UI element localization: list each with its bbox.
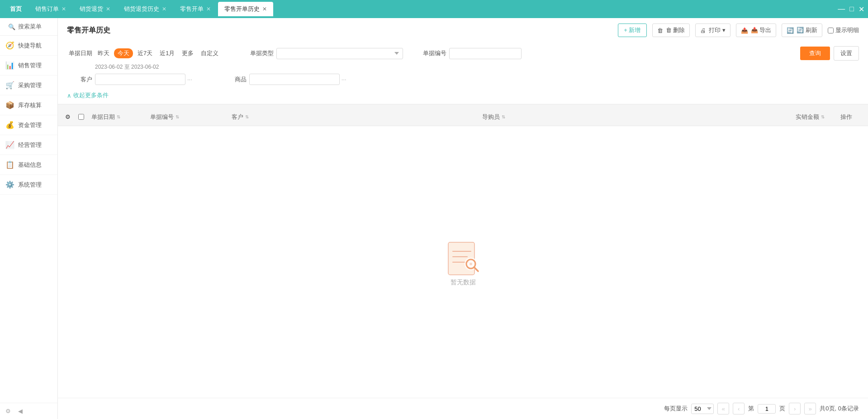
col-header-amount[interactable]: 实销金额 ⇅	[783, 113, 828, 121]
filter-customer: 客户 ···	[67, 74, 194, 85]
print-button[interactable]: 🖨 打印 ▾	[695, 24, 730, 37]
type-filter-select[interactable]	[276, 48, 403, 59]
window-controls: — □ ✕	[838, 5, 864, 14]
tab-sales-return-history[interactable]: 销货退货历史 ✕	[118, 2, 173, 16]
basics-icon: 📋	[5, 160, 14, 169]
product-filter-input[interactable]	[249, 74, 340, 85]
shortcut-today[interactable]: 今天	[114, 48, 133, 58]
page-header: 零售开单历史 + 新增 🗑 🗑 删除 🖨 打印 ▾ 📤 📤 导出	[58, 18, 868, 104]
export-button[interactable]: 📤 📤 导出	[736, 24, 777, 37]
per-page-label: 每页显示	[664, 405, 688, 413]
date-range-display: 2023-06-02 至 2023-06-02	[67, 63, 859, 71]
empty-state: 暂无数据	[58, 126, 868, 398]
type-filter-label: 单据类型	[248, 49, 274, 57]
query-button[interactable]: 查询	[800, 47, 830, 60]
col-header-order-no[interactable]: 单据编号 ⇅	[147, 113, 228, 121]
page-unit: 页	[779, 405, 785, 413]
collapse-filter-btn[interactable]: ∧ 收起更多条件	[67, 89, 859, 104]
collapse-icon: ∧	[67, 92, 71, 99]
col-header-customer[interactable]: 客户 ⇅	[228, 113, 479, 121]
select-all-checkbox[interactable]	[78, 114, 84, 120]
sort-customer-icon: ⇅	[245, 114, 249, 119]
search-icon: 🔍	[8, 24, 15, 30]
customer-filter-input[interactable]	[95, 74, 185, 85]
sidebar-settings-btn[interactable]: ⚙	[5, 408, 11, 414]
delete-button[interactable]: 🗑 🗑 删除	[652, 24, 690, 37]
refresh-icon: 🔄	[787, 27, 794, 34]
table-container: ⚙ 单据日期 ⇅ 单据编号 ⇅ 客户 ⇅ 导购员 ⇅	[58, 108, 868, 398]
shortcut-7days[interactable]: 近7天	[135, 48, 155, 58]
customer-ellipsis-btn[interactable]: ···	[185, 76, 194, 83]
sidebar-item-operations[interactable]: 📈 经营管理	[0, 135, 57, 155]
col-header-guide[interactable]: 导购员 ⇅	[479, 113, 533, 121]
tab-close-retail-order[interactable]: ✕	[206, 6, 211, 12]
sort-order-no-icon: ⇅	[175, 114, 179, 119]
filter-order-no: 单据编号	[421, 48, 522, 59]
sidebar: 🔍 搜索菜单 🧭 快捷导航 📊 销售管理 🛒 采购管理 📦 库存核算 💰 资金管…	[0, 18, 58, 419]
date-filter-label: 单据日期	[67, 49, 92, 57]
date-shortcuts: 昨天 今天 近7天 近1月 更多 自定义	[95, 48, 221, 58]
toolbar: + 新增 🗑 🗑 删除 🖨 打印 ▾ 📤 📤 导出 🔄	[618, 24, 859, 37]
table-settings-icon[interactable]: ⚙	[62, 113, 74, 120]
show-detail-checkbox[interactable]: 显示明细	[828, 26, 859, 34]
add-button[interactable]: + 新增	[618, 24, 646, 37]
customer-filter-label: 客户	[67, 75, 92, 84]
shortcut-yesterday[interactable]: 昨天	[95, 48, 112, 58]
svg-point-8	[470, 263, 472, 265]
tab-close-sales-return-history[interactable]: ✕	[162, 6, 166, 12]
inventory-icon: 📦	[5, 101, 14, 109]
finance-icon: 💰	[5, 121, 14, 129]
order-no-filter-input[interactable]	[449, 48, 522, 59]
empty-icon	[443, 238, 484, 278]
first-page-btn[interactable]: «	[717, 403, 729, 414]
next-page-btn[interactable]: ›	[789, 403, 801, 414]
shortcut-more[interactable]: 更多	[179, 48, 196, 58]
sidebar-item-system[interactable]: ⚙️ 系统管理	[0, 175, 57, 195]
filter-type: 单据类型	[248, 48, 403, 59]
sidebar-item-basics[interactable]: 📋 基础信息	[0, 155, 57, 175]
operations-icon: 📈	[5, 141, 14, 149]
per-page-select[interactable]: 50 20 100	[691, 404, 714, 414]
sidebar-item-quicknav[interactable]: 🧭 快捷导航	[0, 36, 57, 56]
col-header-date[interactable]: 单据日期 ⇅	[88, 113, 147, 121]
shortcut-custom[interactable]: 自定义	[198, 48, 221, 58]
content-area: 零售开单历史 + 新增 🗑 🗑 删除 🖨 打印 ▾ 📤 📤 导出	[58, 18, 868, 419]
tab-sales-return[interactable]: 销货退货 ✕	[73, 2, 117, 16]
tab-close-sales-return[interactable]: ✕	[106, 6, 110, 12]
sidebar-item-purchase[interactable]: 🛒 采购管理	[0, 75, 57, 95]
show-detail-input[interactable]	[828, 28, 834, 33]
sidebar-search[interactable]: 🔍 搜索菜单	[0, 18, 57, 36]
tab-close-sales-order[interactable]: ✕	[62, 6, 66, 12]
last-page-btn[interactable]: »	[804, 403, 816, 414]
sales-icon: 📊	[5, 61, 14, 70]
prev-page-btn[interactable]: ‹	[733, 403, 745, 414]
col-header-action: 操作	[828, 113, 864, 121]
shortcut-1month[interactable]: 近1月	[157, 48, 177, 58]
sidebar-item-inventory[interactable]: 📦 库存核算	[0, 95, 57, 115]
tab-retail-order-history[interactable]: 零售开单历史 ✕	[218, 2, 273, 16]
page-prefix: 第	[748, 405, 754, 413]
tab-retail-order[interactable]: 零售开单 ✕	[174, 2, 217, 16]
sidebar-collapse-btn[interactable]: ◀	[18, 408, 23, 414]
page-input[interactable]	[758, 404, 776, 414]
close-btn[interactable]: ✕	[859, 5, 864, 14]
tab-close-retail-order-history[interactable]: ✕	[262, 6, 267, 12]
product-ellipsis-btn[interactable]: ···	[340, 76, 348, 83]
table-checkbox-all[interactable]	[74, 114, 88, 120]
refresh-button[interactable]: 🔄 🔄 刷新	[782, 24, 822, 37]
sidebar-item-sales[interactable]: 📊 销售管理	[0, 56, 57, 75]
tab-home[interactable]: 首页	[4, 2, 28, 16]
quicknav-icon: 🧭	[5, 41, 14, 50]
delete-icon: 🗑	[657, 27, 663, 34]
export-icon: 📤	[741, 27, 748, 34]
print-icon: 🖨	[700, 27, 706, 34]
settings-button[interactable]: 设置	[834, 46, 859, 61]
filter-date: 单据日期 昨天 今天 近7天 近1月 更多 自定义	[67, 48, 221, 58]
minimize-btn[interactable]: —	[838, 5, 845, 14]
sidebar-item-finance[interactable]: 💰 资金管理	[0, 115, 57, 135]
sort-date-icon: ⇅	[117, 114, 120, 119]
tab-sales-order[interactable]: 销售订单 ✕	[29, 2, 72, 16]
filter-product: 商品 ···	[221, 74, 348, 85]
maximize-btn[interactable]: □	[849, 5, 854, 14]
filter-actions: 查询 设置	[800, 46, 859, 61]
